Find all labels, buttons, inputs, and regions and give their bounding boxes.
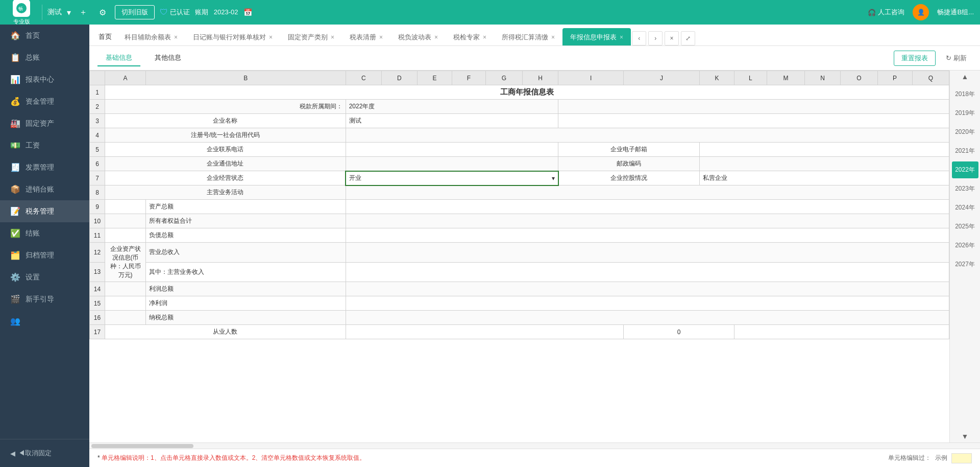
switch-version-button[interactable]: 切到旧版 [115,5,155,19]
tab-prev-btn[interactable]: ‹ [632,31,646,45]
tab-bank-reconcile[interactable]: 日记账与银行对账单核对 × [185,28,280,45]
row-num: 6 [90,157,105,171]
cell-regnum-value[interactable] [346,128,949,143]
year-item-2025[interactable]: 2025年 [952,218,978,235]
tab-close-icon[interactable]: × [434,34,438,41]
cell-period-value[interactable]: 2022年度 [346,100,558,114]
cell-status-value[interactable]: 开业 ▾ [346,171,558,185]
tab-next-btn[interactable]: › [648,31,663,45]
table-row: 2 税款所属期间： 2022年度 [90,100,949,114]
tab-close-icon[interactable]: × [379,34,383,41]
sub-tab-other[interactable]: 其他信息 [146,50,189,66]
table-row: 14 利润总额 [90,282,949,296]
tab-close-icon[interactable]: × [331,34,334,41]
col-header-e: E [417,71,452,85]
sidebar-item-sales[interactable]: 📦 进销台账 [0,178,89,200]
table-row: 15 净利润 [90,296,949,311]
tab-tax-fluctuation[interactable]: 税负波动表 × [390,28,446,45]
sidebar-item-reports[interactable]: 📊 报表中心 [0,68,89,90]
tab-label: 固定资产类别 [288,33,328,42]
col-header-g: G [485,71,522,85]
cell-total-profit-value[interactable] [346,282,949,296]
settings-icon[interactable]: ⚙ [95,5,110,19]
sidebar-item-funds[interactable]: 💰 资金管理 [0,90,89,112]
sidebar-item-assets[interactable]: 🏭 固定资产 [0,112,89,134]
sidebar-item-extra[interactable]: 👥 [0,310,89,332]
year-item-2020[interactable]: 2020年 [952,124,978,141]
cell-email-value[interactable] [699,143,949,157]
cell-tax-total-value[interactable] [346,311,949,325]
toolbar-right: 重置报表 ↻ 刷新 [894,51,972,66]
sidebar-item-ledger[interactable]: 📋 总账 [0,46,89,68]
tab-close-icon[interactable]: × [551,34,555,41]
dropdown-arrow-icon[interactable]: ▾ [552,175,555,182]
cell-revenue-value[interactable] [346,243,949,263]
tab-close-all-btn[interactable]: × [665,31,679,45]
tab-close-icon[interactable]: × [174,34,178,41]
cell-empty [105,200,146,214]
sidebar-item-close[interactable]: ✅ 结账 [0,222,89,244]
sidebar-item-settings[interactable]: ⚙️ 设置 [0,266,89,288]
year-item-2027[interactable]: 2027年 [952,256,978,273]
year-item-2026[interactable]: 2026年 [952,237,978,254]
refresh-button[interactable]: ↻ 刷新 [941,51,972,65]
title-cell[interactable]: 工商年报信息表 [105,85,949,100]
unpin-button[interactable]: ◀ ◀取消固定 [0,443,89,463]
tab-close-icon[interactable]: × [269,34,273,41]
corner-cell [90,71,105,85]
cell-main-revenue-value[interactable] [346,262,949,282]
tab-subject-balance[interactable]: 科目辅助余额表 × [117,28,185,45]
calendar-icon[interactable]: 📅 [243,8,252,16]
close-accounts-icon: ✅ [10,228,20,238]
year-item-2021[interactable]: 2021年 [952,143,978,159]
cell-address-value[interactable] [346,157,558,171]
sidebar-item-invoice[interactable]: 🧾 发票管理 [0,156,89,178]
year-item-2019[interactable]: 2019年 [952,105,978,122]
tab-income-tax[interactable]: 所得税汇算清缴 × [494,28,562,45]
verified-text: 已认证 [170,8,190,17]
tab-tax-inspection[interactable]: 税检专家 × [446,28,494,45]
cell-phone-value[interactable] [346,143,558,157]
cell-holding-value[interactable]: 私营企业 [699,171,949,185]
add-workspace-btn[interactable]: ＋ [76,5,90,19]
tab-expand-btn[interactable]: ⤢ [681,31,695,45]
service-button[interactable]: 🎧 人工咨询 [868,8,904,17]
tab-close-icon[interactable]: × [620,34,623,41]
cell-total-assets-value[interactable] [346,200,949,214]
horizontal-scrollbar[interactable] [89,442,980,449]
tab-fixed-assets-type[interactable]: 固定资产类别 × [280,28,342,45]
year-item-2023[interactable]: 2023年 [952,180,978,197]
tab-home[interactable]: 首页 [93,28,117,45]
tab-bar: 首页 科目辅助余额表 × 日记账与银行对账单核对 × 固定资产类别 × 税表清册… [89,25,980,46]
sidebar-item-salary[interactable]: 💵 工资 [0,134,89,156]
cell-net-profit-value[interactable] [346,296,949,311]
year-item-2018[interactable]: 2018年 [952,86,978,103]
cell-debt-value[interactable] [346,228,949,243]
tab-close-icon[interactable]: × [483,34,486,41]
cell-main-biz-value[interactable] [346,185,949,200]
bottom-right: 单元格编辑过： 示例 [888,453,972,463]
sub-tab-basic[interactable]: 基础信息 [97,50,140,66]
cell-employees-value1[interactable] [346,325,623,339]
year-down-btn[interactable]: ▼ [960,430,971,442]
year-up-btn[interactable]: ▲ [960,71,971,83]
reset-report-button[interactable]: 重置报表 [894,51,936,66]
tab-tax-list[interactable]: 税表清册 × [342,28,390,45]
year-item-2024[interactable]: 2024年 [952,199,978,216]
spreadsheet-main[interactable]: A B C D E F G H I J K L [89,71,949,442]
sidebar-item-home[interactable]: 🏠 首页 [0,25,89,46]
sidebar-item-guide[interactable]: 🎬 新手引导 [0,288,89,310]
sidebar-item-tax[interactable]: 📝 税务管理 [0,200,89,222]
row-num: 11 [90,228,105,243]
bottom-bar: * 单元格编辑说明：1、点击单元格直接录入数值或文本。2、清空单元格数值或文本恢… [89,449,980,467]
cell-postcode-value[interactable] [699,157,949,171]
year-item-2022[interactable]: 2022年 [952,161,978,178]
scroll-thumb[interactable] [91,444,193,448]
row-num: 16 [90,311,105,325]
workspace-dropdown-icon[interactable]: ▾ [67,8,71,17]
col-header-b: B [146,71,346,85]
cell-equity-value[interactable] [346,214,949,228]
sidebar-item-archive[interactable]: 🗂️ 归档管理 [0,244,89,266]
tab-annual-report[interactable]: 年报信息申报表 × [562,28,631,45]
cell-company-value[interactable]: 测试 [346,114,558,128]
